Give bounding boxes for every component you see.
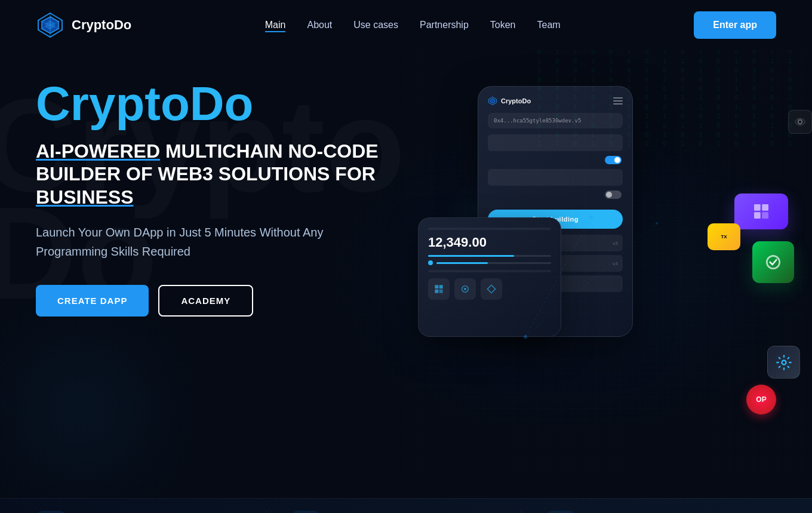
enter-app-button[interactable]: Enter app [694, 11, 776, 39]
logo-text: CryptoDo [72, 17, 131, 33]
svg-point-13 [464, 288, 466, 290]
mockup-container: 101100101011 010110100101 110010110100 0… [406, 50, 812, 474]
nav-link-token[interactable]: Token [490, 20, 516, 30]
hero-description: Launch Your Own DApp in Just 5 Minutes W… [36, 223, 358, 261]
academy-button[interactable]: ACADEMY [158, 285, 253, 317]
diamond-icon [487, 284, 496, 294]
stat-icon-box-2 [291, 511, 321, 513]
stat-item-3: 50,037+ [522, 511, 776, 513]
icon-box-3 [481, 278, 502, 300]
svg-marker-7 [490, 99, 495, 103]
nav-link-usecases[interactable]: Use cases [353, 20, 398, 30]
svg-marker-14 [487, 285, 495, 293]
circle-icon [460, 284, 470, 294]
logo-link[interactable]: CryptoDo [36, 11, 131, 39]
nav-link-partnership[interactable]: Partnership [420, 20, 469, 30]
matrix-background: 101100101011 010110100101 110010110100 0… [525, 50, 812, 474]
nav-links: Main About Use cases Partnership Token T… [265, 20, 561, 30]
create-dapp-button[interactable]: CREATE DAPP [36, 285, 149, 317]
hero-section: Crypto Do CryptoDo AI-POWERED MULTICHAIN… [0, 50, 812, 498]
hero-mockup: 101100101011 010110100101 110010110100 0… [406, 50, 812, 474]
stat-icon-box-1 [36, 511, 66, 513]
hero-buttons: CREATE DAPP ACADEMY [36, 285, 442, 317]
balance-fill-2 [436, 262, 488, 264]
hero-content: CryptoDo AI-POWERED MULTICHAIN NO-CODE B… [36, 68, 442, 317]
nav-link-main[interactable]: Main [265, 20, 286, 32]
logo-icon [36, 11, 64, 39]
hero-title: CryptoDo [36, 80, 442, 128]
icon-box-2 [454, 278, 476, 300]
nav-link-team[interactable]: Team [537, 20, 561, 30]
phone-logo-icon [488, 96, 497, 106]
stat-icon-box-3 [546, 511, 576, 513]
navbar: CryptoDo Main About Use cases Partnershi… [0, 0, 812, 50]
phone-logo: CryptoDo [488, 96, 531, 106]
subtitle-business: BUSINESS [36, 186, 134, 208]
hero-subtitle: AI-POWERED MULTICHAIN NO-CODE BUILDER OF… [36, 140, 442, 208]
nav-link-about[interactable]: About [307, 20, 332, 30]
stat-item-2: 4m+ [267, 511, 522, 513]
subtitle-ai: AI-POWERED [36, 140, 160, 162]
stats-bar: 300,000+ 4m+ 50,037+ [0, 498, 812, 513]
stat-item-1: 300,000+ [36, 511, 267, 513]
